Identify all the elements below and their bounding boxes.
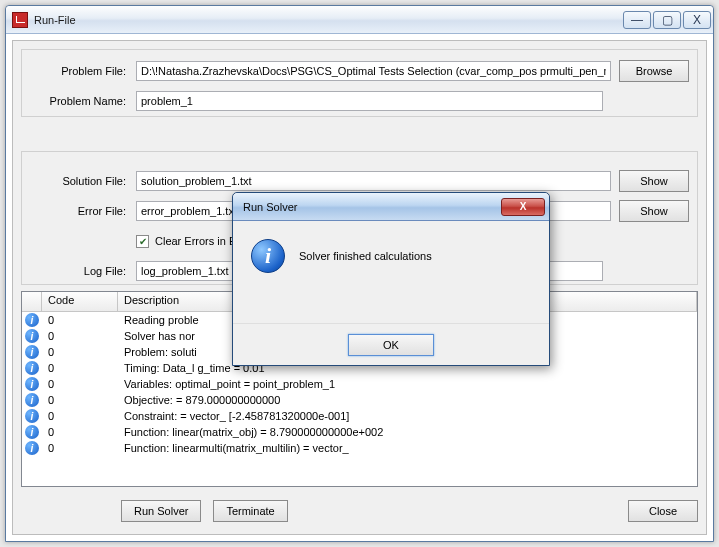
row-code: 0 bbox=[42, 314, 118, 326]
row-description: Variables: optimal_point = point_problem… bbox=[118, 378, 697, 390]
dialog-titlebar[interactable]: Run Solver X bbox=[233, 193, 549, 221]
row-info-icon: i bbox=[22, 377, 42, 391]
clear-errors-label: Clear Errors in Er bbox=[155, 235, 240, 247]
log-file-label: Log File: bbox=[30, 265, 136, 277]
minimize-button[interactable]: — bbox=[623, 11, 651, 29]
row-info-icon: i bbox=[22, 313, 42, 327]
dialog-title: Run Solver bbox=[243, 201, 501, 213]
row-code: 0 bbox=[42, 346, 118, 358]
info-icon: i bbox=[25, 361, 39, 375]
row-info-icon: i bbox=[22, 409, 42, 423]
row-description: Constraint: = vector_ [-2.458781320000e-… bbox=[118, 410, 697, 422]
ok-button[interactable]: OK bbox=[348, 334, 434, 356]
run-solver-dialog: Run Solver X i Solver finished calculati… bbox=[232, 192, 550, 366]
table-row[interactable]: i0Constraint: = vector_ [-2.458781320000… bbox=[22, 408, 697, 424]
clear-errors-checkbox[interactable]: ✔ Clear Errors in Er bbox=[136, 235, 240, 248]
app-icon bbox=[12, 12, 28, 28]
row-description: Function: linearmulti(matrix_multilin) =… bbox=[118, 442, 697, 454]
info-icon: i bbox=[251, 239, 285, 273]
bottom-buttons: Run Solver Terminate Close bbox=[21, 496, 698, 526]
browse-button[interactable]: Browse bbox=[619, 60, 689, 82]
row-code: 0 bbox=[42, 426, 118, 438]
row-description: Function: linear(matrix_obj) = 8.7900000… bbox=[118, 426, 697, 438]
run-solver-button[interactable]: Run Solver bbox=[121, 500, 201, 522]
maximize-button[interactable]: ▢ bbox=[653, 11, 681, 29]
row-code: 0 bbox=[42, 410, 118, 422]
solution-file-input[interactable] bbox=[136, 171, 611, 191]
table-row[interactable]: i0Variables: optimal_point = point_probl… bbox=[22, 376, 697, 392]
window-close-button[interactable]: X bbox=[683, 11, 711, 29]
row-code: 0 bbox=[42, 394, 118, 406]
row-info-icon: i bbox=[22, 361, 42, 375]
grid-header-icon[interactable] bbox=[22, 292, 42, 311]
dialog-close-button[interactable]: X bbox=[501, 198, 545, 216]
row-info-icon: i bbox=[22, 329, 42, 343]
info-icon: i bbox=[25, 409, 39, 423]
problem-name-label: Problem Name: bbox=[30, 95, 136, 107]
info-icon: i bbox=[25, 377, 39, 391]
problem-file-label: Problem File: bbox=[30, 65, 136, 77]
terminate-button[interactable]: Terminate bbox=[213, 500, 287, 522]
problem-group: Problem File: Browse Problem Name: bbox=[21, 49, 698, 117]
row-code: 0 bbox=[42, 362, 118, 374]
row-info-icon: i bbox=[22, 441, 42, 455]
row-description: Objective: = 879.000000000000 bbox=[118, 394, 697, 406]
row-info-icon: i bbox=[22, 425, 42, 439]
problem-file-input[interactable] bbox=[136, 61, 611, 81]
row-info-icon: i bbox=[22, 393, 42, 407]
titlebar[interactable]: Run-File — ▢ X bbox=[6, 6, 713, 34]
solution-file-label: Solution File: bbox=[30, 175, 136, 187]
row-code: 0 bbox=[42, 378, 118, 390]
error-file-label: Error File: bbox=[30, 205, 136, 217]
show-solution-button[interactable]: Show bbox=[619, 170, 689, 192]
checkbox-icon: ✔ bbox=[136, 235, 149, 248]
info-icon: i bbox=[25, 393, 39, 407]
info-icon: i bbox=[25, 313, 39, 327]
grid-header-code[interactable]: Code bbox=[42, 292, 118, 311]
table-row[interactable]: i0Function: linearmulti(matrix_multilin)… bbox=[22, 440, 697, 456]
table-row[interactable]: i0Function: linear(matrix_obj) = 8.79000… bbox=[22, 424, 697, 440]
info-icon: i bbox=[25, 329, 39, 343]
row-code: 0 bbox=[42, 442, 118, 454]
table-row[interactable]: i0Objective: = 879.000000000000 bbox=[22, 392, 697, 408]
row-code: 0 bbox=[42, 330, 118, 342]
problem-name-input[interactable] bbox=[136, 91, 603, 111]
info-icon: i bbox=[25, 345, 39, 359]
info-icon: i bbox=[25, 425, 39, 439]
window-title: Run-File bbox=[34, 14, 623, 26]
show-error-button[interactable]: Show bbox=[619, 200, 689, 222]
dialog-message: Solver finished calculations bbox=[299, 250, 432, 262]
row-info-icon: i bbox=[22, 345, 42, 359]
info-icon: i bbox=[25, 441, 39, 455]
close-button[interactable]: Close bbox=[628, 500, 698, 522]
